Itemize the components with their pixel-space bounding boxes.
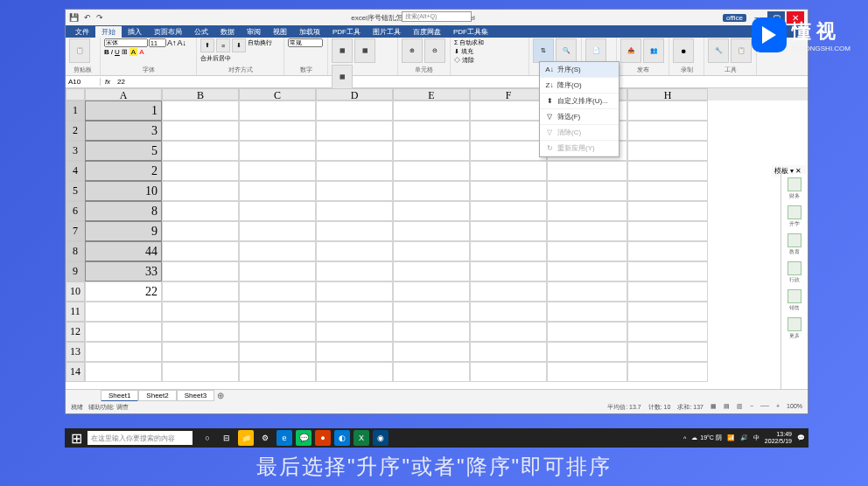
clear-button[interactable]: ◇ 清除 — [454, 56, 525, 65]
cell[interactable] — [162, 141, 239, 161]
cell[interactable] — [470, 342, 547, 362]
cell[interactable] — [393, 261, 470, 281]
align-mid-icon[interactable]: ≡ — [216, 38, 230, 52]
cell[interactable] — [239, 201, 316, 221]
col-header-D[interactable]: D — [316, 88, 393, 101]
cell[interactable] — [627, 181, 708, 201]
col-header-H[interactable]: H — [627, 88, 708, 101]
cell[interactable] — [162, 121, 239, 141]
cell[interactable] — [470, 281, 547, 302]
tray-up-icon[interactable]: ^ — [683, 435, 686, 441]
wechat-icon[interactable]: 💬 — [296, 430, 312, 446]
cell[interactable] — [316, 221, 393, 241]
panel-item-sales[interactable]: 销售 — [785, 289, 804, 312]
cell[interactable]: 10 — [85, 181, 162, 201]
zoom-out-button[interactable]: − — [750, 403, 753, 412]
cell[interactable] — [547, 322, 627, 342]
cell[interactable] — [316, 121, 393, 141]
share-button[interactable]: 👥 — [643, 38, 664, 63]
sheet-tab-3[interactable]: Sheet3 — [177, 390, 214, 401]
select-all-corner[interactable] — [66, 88, 85, 101]
cell[interactable] — [239, 302, 316, 322]
cell[interactable]: 22 — [85, 281, 162, 302]
align-bot-icon[interactable]: ⬇ — [232, 38, 246, 52]
publish-button[interactable]: 📤 — [620, 38, 641, 63]
cell[interactable] — [393, 101, 470, 121]
cell[interactable] — [316, 241, 393, 261]
cell[interactable] — [162, 221, 239, 241]
row-header[interactable]: 2 — [66, 121, 85, 141]
cell[interactable] — [85, 362, 162, 382]
cell[interactable] — [239, 141, 316, 161]
cell[interactable] — [470, 362, 547, 382]
cell[interactable] — [316, 322, 393, 342]
tab-pic[interactable]: 图片工具 — [367, 26, 407, 38]
cell[interactable] — [162, 322, 239, 342]
cell[interactable] — [393, 362, 470, 382]
cell[interactable] — [470, 261, 547, 281]
add-sheet-button[interactable]: ⊕ — [214, 391, 227, 400]
cell[interactable] — [470, 181, 547, 201]
underline-button[interactable]: U — [115, 48, 120, 56]
cell[interactable] — [393, 281, 470, 302]
tab-pagelayout[interactable]: 页面布局 — [148, 26, 188, 38]
cell[interactable] — [627, 362, 708, 382]
menu-filter[interactable]: ▽筛选(F) — [540, 109, 619, 125]
cell[interactable] — [316, 261, 393, 281]
zoom-level[interactable]: 100% — [787, 403, 802, 412]
cell[interactable] — [162, 342, 239, 362]
tray-sound-icon[interactable]: 🔊 — [740, 434, 748, 441]
tab-data[interactable]: 数据 — [214, 26, 241, 38]
row-header[interactable]: 10 — [66, 281, 85, 302]
excel-taskbar-icon[interactable]: X — [354, 430, 369, 446]
align-top-icon[interactable]: ⬆ — [200, 38, 214, 52]
row-header[interactable]: 5 — [66, 181, 85, 201]
tab-file[interactable]: 文件 — [69, 26, 95, 38]
panel-item-edu[interactable]: 教育 — [785, 233, 804, 256]
delete-cells-button[interactable]: ⊖ — [424, 38, 445, 63]
cell[interactable] — [85, 322, 162, 342]
sort-filter-button[interactable]: ⇅ — [533, 38, 554, 63]
cell-style-button[interactable]: ▦ — [332, 65, 353, 89]
cell[interactable] — [470, 302, 547, 322]
row-header[interactable]: 3 — [66, 141, 85, 161]
cell[interactable] — [627, 342, 708, 362]
cell[interactable] — [627, 101, 708, 121]
cell[interactable] — [239, 362, 316, 382]
cell[interactable] — [470, 161, 547, 181]
cell[interactable] — [239, 322, 316, 342]
insert-cells-button[interactable]: ⊕ — [402, 38, 423, 63]
tab-insert[interactable]: 插入 — [122, 26, 148, 38]
cell[interactable] — [239, 221, 316, 241]
formula-input[interactable]: 22 — [115, 78, 808, 86]
search-box[interactable]: 搜索(Alt+Q) — [402, 11, 472, 22]
notification-icon[interactable]: 💬 — [797, 434, 805, 441]
row-header[interactable]: 1 — [66, 101, 85, 121]
cell[interactable]: 1 — [85, 101, 162, 121]
paste-button[interactable]: 📋 — [69, 38, 90, 63]
menu-sort-asc[interactable]: A↓升序(S) — [540, 62, 619, 78]
cell[interactable] — [85, 302, 162, 322]
cell[interactable] — [470, 141, 547, 161]
cell[interactable] — [162, 161, 239, 181]
cell[interactable] — [470, 221, 547, 241]
explorer-icon[interactable]: 📁 — [238, 430, 254, 446]
cell[interactable] — [316, 302, 393, 322]
sheet-tab-2[interactable]: Sheet2 — [138, 390, 176, 401]
settings-icon[interactable]: ⚙ — [257, 430, 273, 446]
cell[interactable]: 3 — [85, 121, 162, 141]
cell[interactable] — [316, 141, 393, 161]
row-header[interactable]: 11 — [66, 302, 85, 322]
cell[interactable]: 2 — [85, 161, 162, 181]
cell[interactable] — [239, 121, 316, 141]
cell[interactable] — [162, 281, 239, 302]
wrap-text-button[interactable]: 自动换行 — [248, 38, 272, 52]
cell[interactable] — [393, 302, 470, 322]
cell[interactable] — [316, 201, 393, 221]
tab-review[interactable]: 审阅 — [241, 26, 267, 38]
cell[interactable]: 9 — [85, 221, 162, 241]
fx-button[interactable]: fx — [101, 78, 115, 86]
cell[interactable] — [393, 181, 470, 201]
weather-widget[interactable]: ☁ 19°C 阴 — [691, 434, 722, 442]
cell[interactable] — [627, 121, 708, 141]
